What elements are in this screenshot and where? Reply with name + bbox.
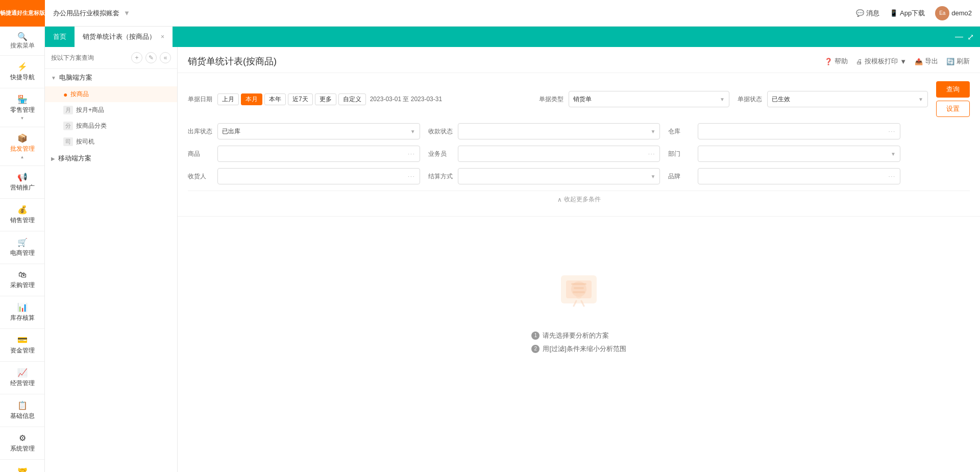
app-download-btn[interactable]: 📱 App下载 [890,9,925,18]
sidebar-item-finance[interactable]: 💳 资金管理 [0,329,44,362]
collapse-more-btn[interactable]: ∧ 收起更多条件 [188,191,970,208]
warehouse-status-filter: 出库状态 已出库 ▼ [188,123,420,139]
settings-btn[interactable]: 设置 [936,101,970,117]
department-filter: 部门 ▼ [668,146,900,162]
doc-type-input[interactable]: 销货单 ▼ [569,91,729,107]
goods-filter: 商品 ··· [188,146,420,162]
tab-sales-stats[interactable]: 销货单统计表（按商品） × [75,27,173,47]
tab-close-btn[interactable]: × [161,33,164,40]
svg-rect-3 [571,283,586,285]
tab-home[interactable]: 首页 [45,27,75,47]
minimize-btn[interactable]: — [955,32,963,41]
chevron-down-icon: ▼ [410,129,415,134]
doc-type-filter: 单据类型 销货单 ▼ [539,91,729,107]
tree-group-desktop: ▼ 电脑端方案 [45,69,177,86]
warehouse-filter: 仓库 ··· [668,123,900,139]
sidebar-search[interactable]: 🔍 搜索菜单 [0,27,44,56]
sidebar-item-wholesale[interactable]: 📦 批发管理 ▲ [0,127,44,166]
date-btn-last-month[interactable]: 上月 [217,93,239,105]
receipt-status-filter: 收款状态 ▼ [428,123,660,139]
receiver-filter: 收货人 ··· [188,168,420,184]
industry-label: 办公用品行业模拟账套 [53,9,119,18]
sidebar-item-purchase[interactable]: 🛍 采购管理 [0,264,44,296]
content-area: 按以下方案查询 + ✎ « ▼ 电脑端方案 ● 按商品 月 按月+商 [45,47,980,472]
maximize-btn[interactable]: ⤢ [967,32,974,42]
avatar: Ea [935,6,949,20]
filter-row-1: 单据日期 上月 本月 本年 近7天 更多 自定义 2023-03-01 至 20… [188,81,970,117]
date-btn-custom[interactable]: 自定义 [338,93,366,105]
date-btn-more[interactable]: 更多 [315,93,336,105]
chevron-up-icon: ∧ [557,196,562,203]
brand-filter: 品牌 ··· [668,168,900,184]
message-btn[interactable]: 💬 消息 [856,9,879,18]
date-btn-7days[interactable]: 近7天 [288,93,313,105]
sidebar-item-sales[interactable]: 💰 销售管理 [0,199,44,231]
download-icon: 📱 [890,9,898,17]
settlement-filter: 结算方式 ▼ [428,168,660,184]
edit-scheme-btn[interactable]: ✎ [145,52,157,63]
sidebar-item-ecommerce[interactable]: 🛒 电商管理 [0,231,44,264]
empty-tip-1: 1 请先选择要分析的方案 [531,329,626,342]
chevron-down-icon: ▼ [900,58,906,65]
date-btn-this-month[interactable]: 本月 [241,93,262,105]
sidebar-item-quick-nav[interactable]: ⚡ 快捷导航 [0,56,44,88]
salesperson-filter: 业务员 ··· [428,146,660,162]
page-title: 销货单统计表(按商品) [188,55,277,67]
chevron-right-icon: ▶ [51,156,55,161]
receiver-input[interactable]: ··· [217,168,420,184]
page-actions: ❓ 帮助 🖨 按模板打印 ▼ 📤 导出 🔄 刷新 [824,57,970,66]
top-bar-right: 💬 消息 📱 App下载 Ea demo2 [856,6,972,20]
top-bar-left: 办公用品行业模拟账套 ▼ [53,9,130,18]
tree-group-mobile[interactable]: ▶ 移动端方案 [45,150,177,167]
tree-item-by-category[interactable]: 分 按商品分类 [45,118,177,134]
chevron-up-icon: ▲ [20,155,24,159]
tree-item-by-driver[interactable]: 司 按司机 [45,134,177,150]
doc-status-input[interactable]: 已生效 ▼ [767,91,928,107]
chevron-down-icon: ▼ [20,116,24,121]
tree-item-by-month-goods[interactable]: 月 按月+商品 [45,102,177,118]
print-icon: 🖨 [856,58,863,65]
sidebar-item-operations[interactable]: 📈 经营管理 [0,362,44,394]
svg-rect-4 [574,287,584,289]
main-area: 办公用品行业模拟账套 ▼ 💬 消息 📱 App下载 Ea demo2 首页 [45,0,980,472]
more-icon: ··· [889,129,896,134]
chevron-down-icon: ▼ [650,129,655,134]
sidebar-item-enterprise[interactable]: 🤝 企业协同 [0,460,44,472]
right-panel: 销货单统计表(按商品) ❓ 帮助 🖨 按模板打印 ▼ 📤 导出 [178,47,980,472]
brand-input[interactable]: ··· [698,168,900,184]
warehouse-status-input[interactable]: 已出库 ▼ [217,123,420,139]
help-btn[interactable]: ❓ 帮助 [824,57,848,66]
page-header: 销货单统计表(按商品) ❓ 帮助 🖨 按模板打印 ▼ 📤 导出 [178,47,980,73]
empty-state: 1 请先选择要分析的方案 2 用[过滤]条件来缩小分析范围 [178,217,980,396]
goods-input[interactable]: ··· [217,146,420,162]
left-panel-header: 按以下方案查询 + ✎ « [45,47,177,69]
salesperson-input[interactable]: ··· [458,146,660,162]
svg-point-6 [576,293,582,299]
filter-row-4: 收货人 ··· 结算方式 ▼ 品牌 [188,168,970,184]
empty-tip-2: 2 用[过滤]条件来缩小分析范围 [531,342,626,356]
icon-label: 司 [63,137,73,146]
tree-item-by-goods[interactable]: ● 按商品 [45,86,177,102]
query-btn[interactable]: 查询 [936,81,970,98]
sidebar-item-inventory[interactable]: 📊 库存核算 [0,296,44,329]
sidebar-item-basic-info[interactable]: 📋 基础信息 [0,394,44,427]
date-filter: 单据日期 上月 本月 本年 近7天 更多 自定义 2023-03-01 至 20… [188,93,531,105]
print-btn[interactable]: 🖨 按模板打印 ▼ [856,57,906,66]
radio-active-icon: ● [63,90,67,99]
department-input[interactable]: ▼ [698,146,900,162]
left-panel-actions: + ✎ « [131,52,171,63]
sidebar-item-retail[interactable]: 🏪 零售管理 ▼ [0,88,44,127]
date-btn-this-year[interactable]: 本年 [264,93,286,105]
user-menu[interactable]: Ea demo2 [935,6,972,20]
chevron-down-icon: ▼ [918,97,923,102]
left-panel: 按以下方案查询 + ✎ « ▼ 电脑端方案 ● 按商品 月 按月+商 [45,47,178,472]
add-scheme-btn[interactable]: + [131,52,142,63]
refresh-btn[interactable]: 🔄 刷新 [946,57,970,66]
sidebar-item-marketing[interactable]: 📢 营销推广 [0,166,44,199]
collapse-panel-btn[interactable]: « [160,52,171,63]
warehouse-input[interactable]: ··· [698,123,900,139]
export-btn[interactable]: 📤 导出 [915,57,938,66]
receipt-status-input[interactable]: ▼ [458,123,660,139]
settlement-input[interactable]: ▼ [458,168,660,184]
sidebar-item-system[interactable]: ⚙ 系统管理 [0,427,44,460]
